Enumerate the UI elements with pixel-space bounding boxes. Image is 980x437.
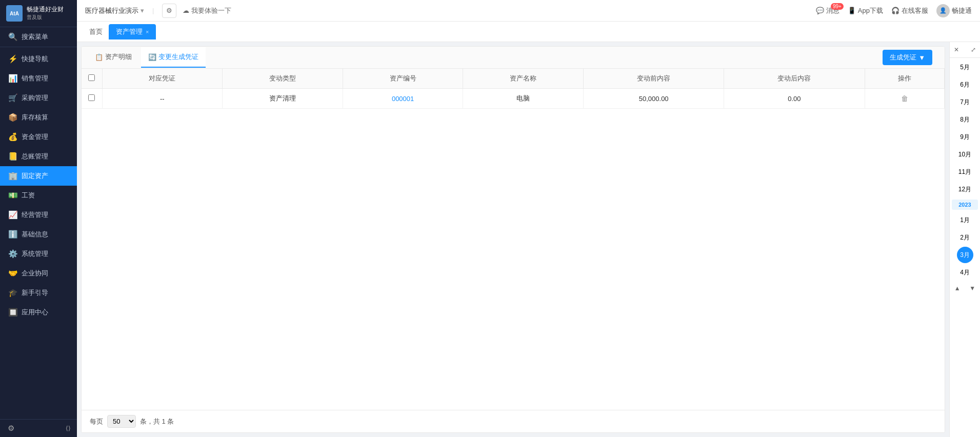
col-voucher: 对应凭证: [102, 69, 223, 89]
pagination-bar: 每页 50 10 20 100 条，共 1 条: [82, 410, 945, 432]
calendar-panel: ✕ ⤢ 5月 6月 7月 8月 9月 10月 11月 12月 2023: [949, 42, 980, 437]
asset-detail-icon: 📋: [95, 53, 103, 61]
tab-asset-management[interactable]: 资产管理 ×: [109, 24, 156, 39]
table-container: 对应凭证 变动类型 资产编号 资产名称 变动前内容 变动后内容 操作: [82, 69, 945, 410]
top-header: 医疗器械行业演示 ▾ | ⚙ ☁ 我要体验一下 💬 消息 99+ 📱 App下载…: [77, 0, 980, 22]
col-action: 操作: [865, 69, 944, 89]
settings-button[interactable]: ⚙: [162, 4, 176, 18]
purchase-icon: 🛒: [8, 93, 17, 103]
cal-year-section-2022: 5月 6月 7月 8月 9月 10月 11月 12月: [950, 58, 980, 198]
sidebar-search[interactable]: 🔍 搜索菜单: [0, 27, 77, 47]
inventory-icon: 📦: [8, 113, 17, 122]
user-menu[interactable]: 👤 畅捷通: [936, 4, 972, 17]
sidebar-nav: ⚡ 快捷导航 📊 销售管理 🛒 采购管理 📦 库存核算 💰 资金管理 📒 总账管…: [0, 47, 77, 419]
calendar-header: ✕ ⤢: [950, 42, 980, 58]
col-after-content: 变动后内容: [724, 69, 865, 89]
payroll-icon: 💵: [8, 191, 17, 200]
per-page-select[interactable]: 50 10 20 100: [107, 415, 136, 428]
cal-month-2023-3[interactable]: 3月: [957, 247, 973, 263]
cal-month-2023-2[interactable]: 2月: [957, 229, 973, 246]
sidebar-item-app-center[interactable]: 🔲 应用中心: [0, 303, 77, 322]
calendar-expand-button[interactable]: ⤢: [969, 45, 978, 54]
cal-month-2023-4[interactable]: 4月: [957, 264, 973, 281]
cal-month-2023-1[interactable]: 1月: [957, 212, 973, 228]
generate-voucher-button[interactable]: 生成凭证 ▼: [883, 50, 932, 65]
avatar: 👤: [936, 4, 950, 17]
gear-icon: ⚙: [166, 7, 172, 14]
row-checkbox[interactable]: [88, 94, 95, 101]
sidebar: AtA 畅捷通好业财 普及版 🔍 搜索菜单 ⚡ 快捷导航 📊 销售管理 🛒 采购…: [0, 0, 77, 437]
sidebar-item-ledger[interactable]: 📒 总账管理: [0, 147, 77, 166]
app-download-button[interactable]: 📱 App下载: [848, 6, 883, 15]
content-main: 📋 资产明细 🔄 变更生成凭证 生成凭证 ▼: [81, 46, 945, 433]
app-logo-text: 畅捷通好业财 普及版: [27, 6, 64, 21]
calendar-months: 5月 6月 7月 8月 9月 10月 11月 12月 2023 1月 2月 3月…: [950, 58, 980, 437]
select-all-header: [82, 69, 102, 89]
collapse-btn[interactable]: ⟨⟩: [66, 425, 71, 432]
generate-btn-wrapper: 生成凭证 ▼: [876, 47, 938, 68]
select-all-checkbox[interactable]: [88, 74, 95, 81]
sidebar-item-payroll[interactable]: 💵 工资: [0, 186, 77, 205]
cal-month-9[interactable]: 9月: [957, 129, 973, 145]
app-center-icon: 🔲: [8, 308, 17, 317]
sidebar-item-fixed-assets[interactable]: 🏢 固定资产: [0, 166, 77, 186]
sidebar-item-basic-info[interactable]: ℹ️ 基础信息: [0, 225, 77, 244]
cal-prev-button[interactable]: ▲: [953, 284, 962, 293]
tab-close-button[interactable]: ×: [146, 29, 149, 35]
company-name: 医疗器械行业演示: [85, 6, 138, 15]
settings-icon[interactable]: ⚙: [6, 424, 15, 433]
cal-month-7[interactable]: 7月: [957, 94, 973, 110]
phone-icon: 📱: [848, 7, 856, 14]
quick-nav-icon: ⚡: [8, 54, 17, 64]
sub-tab-bar: 📋 资产明细 🔄 变更生成凭证 生成凭证 ▼: [82, 47, 945, 69]
company-selector[interactable]: 医疗器械行业演示 ▾: [85, 6, 144, 15]
col-before-content: 变动前内容: [584, 69, 724, 89]
sidebar-item-sales[interactable]: 📊 销售管理: [0, 69, 77, 88]
company-dropdown-icon: ▾: [141, 7, 144, 14]
sidebar-footer: ⚙ ⟨⟩: [0, 419, 77, 437]
header-divider: |: [152, 7, 154, 14]
sub-tab-asset-detail[interactable]: 📋 资产明细: [88, 47, 139, 68]
sub-tab-change-voucher[interactable]: 🔄 变更生成凭证: [141, 47, 206, 68]
sales-icon: 📊: [8, 74, 17, 83]
col-change-type: 变动类型: [223, 69, 343, 89]
sidebar-item-inventory[interactable]: 📦 库存核算: [0, 108, 77, 127]
cal-year-section-2023: 1月 2月 3月 4月: [950, 211, 980, 282]
experience-button[interactable]: ☁ 我要体验一下: [183, 6, 231, 15]
sidebar-item-purchase[interactable]: 🛒 采购管理: [0, 88, 77, 108]
cal-month-10[interactable]: 10月: [957, 146, 973, 163]
cooperation-icon: 🤝: [8, 269, 17, 278]
cal-month-11[interactable]: 11月: [957, 164, 973, 180]
cal-year-2023-label: 2023: [952, 200, 978, 210]
sidebar-item-operations[interactable]: 📈 经营管理: [0, 205, 77, 225]
messages-button[interactable]: 💬 消息 99+: [816, 6, 839, 15]
content-area: 📋 资产明细 🔄 变更生成凭证 生成凭证 ▼: [77, 42, 980, 437]
cal-month-8[interactable]: 8月: [957, 111, 973, 128]
sidebar-item-system[interactable]: ⚙️ 系统管理: [0, 244, 77, 264]
calendar-close-button[interactable]: ✕: [952, 45, 961, 54]
col-asset-name: 资产名称: [463, 69, 584, 89]
row-before-content: 50,000.00: [584, 89, 724, 109]
change-voucher-icon: 🔄: [148, 53, 156, 61]
sidebar-item-quick-nav[interactable]: ⚡ 快捷导航: [0, 49, 77, 69]
ledger-icon: 📒: [8, 152, 17, 161]
cloud-icon: ☁: [183, 7, 189, 14]
row-checkbox-cell: [82, 89, 102, 109]
row-after-content: 0.00: [724, 89, 865, 109]
sidebar-item-finance[interactable]: 💰 资金管理: [0, 127, 77, 147]
header-right: 💬 消息 99+ 📱 App下载 🎧 在线客服 👤 畅捷通: [816, 4, 972, 17]
online-service-button[interactable]: 🎧 在线客服: [891, 6, 928, 15]
cal-month-6[interactable]: 6月: [957, 76, 973, 93]
cal-next-button[interactable]: ▼: [968, 284, 977, 293]
per-page-label: 每页: [90, 417, 103, 426]
tab-home[interactable]: 首页: [85, 24, 107, 39]
basic-info-icon: ℹ️: [8, 230, 17, 239]
table-header-row: 对应凭证 变动类型 资产编号 资产名称 变动前内容 变动后内容 操作: [82, 69, 945, 89]
cal-month-5[interactable]: 5月: [957, 59, 973, 75]
message-icon: 💬: [816, 7, 824, 14]
sidebar-item-cooperation[interactable]: 🤝 企业协同: [0, 264, 77, 283]
sidebar-item-guide[interactable]: 🎓 新手引导: [0, 283, 77, 303]
delete-icon[interactable]: 🗑: [901, 94, 908, 103]
data-table: 对应凭证 变动类型 资产编号 资产名称 变动前内容 变动后内容 操作: [82, 69, 945, 109]
cal-month-12[interactable]: 12月: [957, 181, 973, 197]
